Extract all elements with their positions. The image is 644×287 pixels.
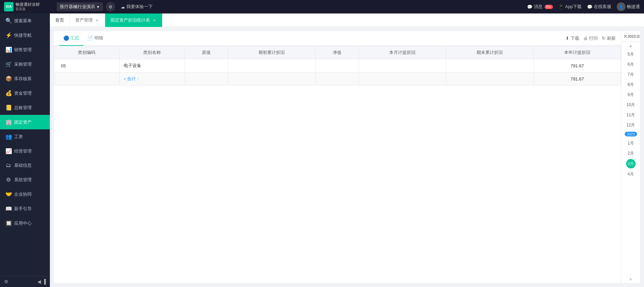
tab-depreciation-table[interactable]: 固定资产折旧统计表 × bbox=[105, 13, 162, 27]
sidebar-item-inventory[interactable]: 📦 库存核算 bbox=[0, 71, 50, 86]
sidebar-item-operations[interactable]: 📈 经营管理 bbox=[0, 144, 50, 158]
depreciation-table: 类别编码 类别名称 原值 期初累计折旧 净值 本月计提折旧 期末累计折旧 本年计… bbox=[54, 46, 621, 86]
sidebar-item-cooperation[interactable]: 🤝 企业协同 bbox=[0, 187, 50, 201]
message-label: 消息 bbox=[534, 4, 543, 10]
month-2[interactable]: 2月 bbox=[621, 148, 640, 158]
month-10[interactable]: 10月 bbox=[621, 100, 640, 110]
tab-asset-mgmt[interactable]: 资产管理 × bbox=[70, 13, 105, 27]
sidebar-item-quick-nav[interactable]: ⚡ 快捷导航 bbox=[0, 28, 50, 42]
header-settings-button[interactable]: ⚙ bbox=[106, 2, 115, 11]
logo-text-block: 畅捷通好业财 普及版 bbox=[16, 2, 40, 11]
sidebar-item-app-center[interactable]: 🔲 应用中心 bbox=[0, 216, 50, 230]
sub-tab-detail[interactable]: 📄 明细 bbox=[83, 31, 107, 46]
download-label: 下载 bbox=[571, 35, 579, 41]
row-init-accum bbox=[228, 59, 315, 72]
cloud-icon: ☁ bbox=[121, 4, 125, 9]
right-panel-header: ✕ 2023.03 ⤢ bbox=[621, 31, 640, 42]
col-init-accum: 期初累计折旧 bbox=[228, 46, 315, 59]
col-original: 原值 bbox=[185, 46, 228, 59]
app-grid-icon: 🔲 bbox=[5, 220, 11, 226]
sidebar-label-quick-nav: 快捷导航 bbox=[14, 32, 32, 38]
tab-depreciation-label: 固定资产折旧统计表 bbox=[111, 17, 150, 23]
sidebar-item-fixed-assets[interactable]: 🏢 固定资产 bbox=[0, 115, 50, 129]
month-3-active[interactable]: 3月 bbox=[621, 158, 640, 169]
month-2-label: 2月 bbox=[623, 149, 638, 158]
experience-button[interactable]: ☁ 我要体验一下 bbox=[121, 4, 153, 10]
sum-init-accum bbox=[228, 72, 315, 86]
row-original bbox=[185, 59, 228, 72]
message-button[interactable]: 💬 消息 99+ bbox=[527, 4, 553, 10]
sidebar-item-guide[interactable]: 📖 新手引导 bbox=[0, 201, 50, 216]
tab-home[interactable]: 首页 bbox=[50, 13, 70, 27]
sidebar-item-basic-info[interactable]: 🗂 基础信息 bbox=[0, 158, 50, 172]
month-7[interactable]: 7月 bbox=[621, 69, 640, 79]
year-month-label: 2023.03 bbox=[627, 34, 640, 38]
sidebar-item-sales[interactable]: 📊 销售管理 bbox=[0, 42, 50, 57]
month-8[interactable]: 8月 bbox=[621, 79, 640, 90]
sub-tabs: 🔵 汇总 📄 明细 ⬇ 下载 🖨 打印 bbox=[54, 31, 621, 46]
dropdown-icon: ▼ bbox=[96, 5, 100, 9]
month-9-label: 9月 bbox=[623, 90, 638, 99]
download-icon: ⬇ bbox=[565, 36, 569, 41]
sidebar-collapse-button[interactable]: ◀ ▐ bbox=[37, 279, 46, 284]
download-button[interactable]: ⬇ 下载 bbox=[565, 35, 579, 41]
month-12[interactable]: 12月 bbox=[621, 120, 640, 130]
sub-tab-summary[interactable]: 🔵 汇总 bbox=[59, 31, 83, 46]
sidebar-settings-button[interactable]: ⚙ bbox=[4, 279, 8, 284]
scroll-down-button[interactable]: ▼ bbox=[621, 276, 640, 283]
money-icon: 💰 bbox=[5, 90, 11, 96]
sidebar-label-search: 搜索菜单 bbox=[14, 18, 32, 24]
month-6[interactable]: 6月 bbox=[621, 59, 640, 69]
sum-year-depr: 791.67 bbox=[533, 72, 621, 86]
scroll-up-button[interactable]: ▲ bbox=[621, 42, 640, 49]
month-9[interactable]: 9月 bbox=[621, 90, 640, 100]
month-1-label: 1月 bbox=[623, 139, 638, 148]
month-5-label: 5月 bbox=[623, 50, 638, 59]
sidebar-item-search[interactable]: 🔍 搜索菜单 bbox=[0, 13, 50, 28]
month-5[interactable]: 5月 bbox=[621, 49, 640, 59]
month-1[interactable]: 1月 bbox=[621, 138, 640, 148]
month-10-label: 10月 bbox=[623, 100, 638, 109]
sum-monthly-depr bbox=[359, 72, 446, 86]
sidebar-item-finance[interactable]: 💰 资金管理 bbox=[0, 86, 50, 100]
sidebar-label-payroll: 工资 bbox=[14, 134, 23, 140]
header-right: 💬 消息 99+ 📱 App下载 💬 在线客服 👤 畅捷通 bbox=[527, 2, 640, 11]
app-download-button[interactable]: 📱 App下载 bbox=[558, 4, 582, 10]
sidebar-item-system[interactable]: ⚙ 系统管理 bbox=[0, 172, 50, 187]
message-badge: 99+ bbox=[545, 5, 553, 9]
sidebar-item-purchase[interactable]: 🛒 采购管理 bbox=[0, 57, 50, 71]
print-button[interactable]: 🖨 打印 bbox=[583, 35, 598, 41]
user-label: 畅捷通 bbox=[627, 4, 640, 10]
refresh-icon: ↻ bbox=[602, 36, 606, 41]
col-code: 类别编码 bbox=[54, 46, 120, 59]
refresh-button[interactable]: ↻ 刷新 bbox=[602, 35, 616, 41]
table-row: 05 电子设备 791.67 bbox=[54, 59, 621, 72]
logo-sub: 普及版 bbox=[16, 7, 40, 11]
people-icon: 👥 bbox=[5, 133, 11, 140]
month-6-label: 6月 bbox=[623, 60, 638, 69]
user-button[interactable]: 👤 畅捷通 bbox=[617, 2, 640, 11]
sidebar-label-purchase: 采购管理 bbox=[14, 61, 32, 67]
expand-icon[interactable]: + bbox=[124, 77, 126, 81]
panel-close-button[interactable]: ✕ bbox=[623, 34, 627, 39]
tab-asset-mgmt-close[interactable]: × bbox=[95, 18, 99, 23]
sum-label-cell: + 合计： bbox=[119, 72, 185, 86]
print-label: 打印 bbox=[589, 35, 598, 41]
sum-net bbox=[315, 72, 359, 86]
company-selector[interactable]: 医疗器械行业演示 ▼ bbox=[57, 2, 103, 11]
service-label: 在线客服 bbox=[594, 4, 611, 10]
sidebar-item-payroll[interactable]: 👥 工资 bbox=[0, 129, 50, 144]
month-4[interactable]: 4月 bbox=[621, 169, 640, 179]
month-11-label: 11月 bbox=[623, 110, 638, 119]
chart-icon: 📊 bbox=[5, 46, 11, 53]
logo-icon: AtA bbox=[4, 2, 13, 11]
service-button[interactable]: 💬 在线客服 bbox=[587, 4, 611, 10]
month-11[interactable]: 11月 bbox=[621, 110, 640, 120]
tab-depreciation-close[interactable]: × bbox=[152, 18, 157, 23]
sidebar-item-ledger[interactable]: 📒 总账管理 bbox=[0, 100, 50, 115]
month-8-label: 8月 bbox=[623, 80, 638, 89]
sidebar-label-sales: 销售管理 bbox=[14, 47, 32, 53]
tab-asset-mgmt-label: 资产管理 bbox=[75, 17, 93, 23]
col-name: 类别名称 bbox=[119, 46, 185, 59]
service-icon: 💬 bbox=[587, 4, 592, 9]
